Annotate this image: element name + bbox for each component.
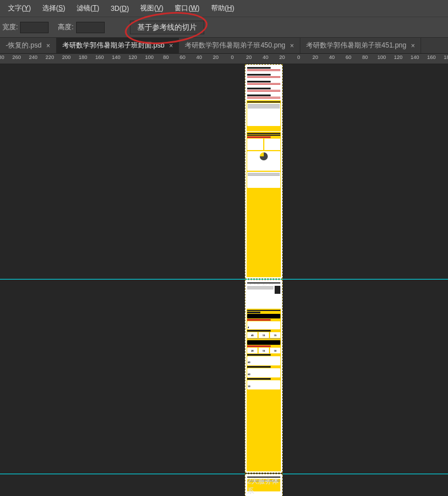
document-content: 主讲老师 4 451515 201510 60 60	[245, 64, 283, 496]
close-icon[interactable]: ×	[46, 42, 50, 50]
height-label: 高度:	[58, 22, 73, 32]
ruler-tick: 20	[243, 54, 255, 61]
menu-help[interactable]: 帮助(H)	[205, 1, 240, 16]
list-item	[247, 73, 281, 79]
ruler-tick: 120	[393, 54, 404, 61]
menu-bar: 文字(Y) 选择(S) 滤镜(T) 3D(D) 视图(V) 窗口(W) 帮助(H…	[0, 0, 448, 17]
tab-451-png[interactable]: 考研数学郭伟暑期弟子班451.png ×	[300, 38, 421, 53]
menu-window[interactable]: 窗口(W)	[169, 1, 205, 16]
tab-title: 考研数学郭伟暑期弟子班451.png	[306, 41, 406, 50]
pie-chart-icon	[260, 152, 268, 160]
ruler-tick: 100	[376, 54, 387, 61]
slice-1[interactable]	[245, 64, 283, 279]
close-icon[interactable]: ×	[169, 42, 173, 50]
menu-view[interactable]: 视图(V)	[134, 1, 169, 16]
ruler-tick: 80	[359, 54, 371, 61]
ruler-tick: 260	[11, 54, 22, 61]
close-icon[interactable]: ×	[290, 42, 294, 50]
close-icon[interactable]: ×	[411, 42, 415, 50]
tab-recovered-psd[interactable]: -恢复的.psd ×	[0, 38, 57, 53]
options-bar: 宽度: 高度: 基于参考线的切片	[0, 17, 448, 38]
slice-2[interactable]: 主讲老师 4 451515 201510 60 60	[245, 280, 283, 473]
teacher-card	[247, 285, 281, 308]
ruler-tick: 220	[44, 54, 55, 61]
document-tabs: -恢复的.psd × 考研数学郭伟暑期弟子班封面.psb × 考研数学郭伟暑期弟…	[0, 38, 448, 54]
ruler-tick: 40	[326, 54, 338, 61]
ruler-tick: 160	[426, 54, 437, 61]
menu-select[interactable]: 选择(S)	[37, 1, 71, 16]
list-item	[247, 80, 281, 86]
tab-title: 考研数学郭伟暑期弟子班450.png	[185, 41, 285, 50]
data-card	[247, 132, 281, 277]
ruler-tick: 60	[343, 54, 354, 61]
horizontal-ruler: 2802602402202001801601401201008060402002…	[0, 54, 448, 64]
ruler-tick: 20	[276, 54, 288, 61]
data-card: 4 451515 201510 60 60 10	[247, 309, 281, 471]
ruler-tick: 0	[293, 54, 304, 61]
avatar	[275, 286, 280, 294]
ruler-tick: 280	[0, 54, 6, 61]
ruler-tick: 20	[310, 54, 321, 61]
list-item	[247, 93, 281, 100]
ruler-tick: 60	[177, 54, 188, 61]
height-input[interactable]	[76, 22, 105, 33]
ruler-tick: 180	[442, 54, 448, 61]
slice-3[interactable]: 2大服务体系	[245, 474, 283, 496]
ruler-tick: 120	[127, 54, 138, 61]
ruler-tick: 80	[160, 54, 172, 61]
guide-line[interactable]	[0, 279, 448, 280]
canvas[interactable]: 主讲老师 4 451515 201510 60 60	[0, 64, 448, 496]
ruler-tick: 180	[77, 54, 89, 61]
data-card	[247, 100, 281, 131]
ruler-tick: 160	[94, 54, 105, 61]
ruler-tick: 0	[227, 54, 238, 61]
ruler-tick: 100	[144, 54, 155, 61]
ruler-tick: 20	[210, 54, 221, 61]
tab-cover-psb[interactable]: 考研数学郭伟暑期弟子班封面.psb ×	[57, 38, 180, 53]
tab-450-png[interactable]: 考研数学郭伟暑期弟子班450.png ×	[179, 38, 300, 53]
ruler-tick: 140	[409, 54, 421, 61]
guide-line[interactable]	[0, 474, 448, 474]
ruler-tick: 40	[260, 54, 271, 61]
menu-3d[interactable]: 3D(D)	[105, 2, 134, 15]
width-input[interactable]	[20, 22, 49, 33]
ruler-tick: 240	[27, 54, 39, 61]
ruler-tick: 140	[110, 54, 122, 61]
width-label: 宽度:	[2, 22, 18, 32]
section-heading: 主讲老师	[247, 281, 281, 285]
list-item	[247, 86, 281, 93]
tab-title: 考研数学郭伟暑期弟子班封面.psb	[62, 41, 165, 50]
tab-title: -恢复的.psd	[6, 41, 42, 50]
ruler-tick: 40	[193, 54, 205, 61]
menu-filter[interactable]: 滤镜(T)	[71, 1, 105, 16]
slice-from-guides-button[interactable]: 基于参考线的切片	[130, 21, 204, 34]
ruler-tick: 200	[61, 54, 72, 61]
section-heading: 2大服务体系	[247, 475, 281, 492]
menu-text[interactable]: 文字(Y)	[2, 1, 37, 16]
list-item	[247, 66, 281, 72]
